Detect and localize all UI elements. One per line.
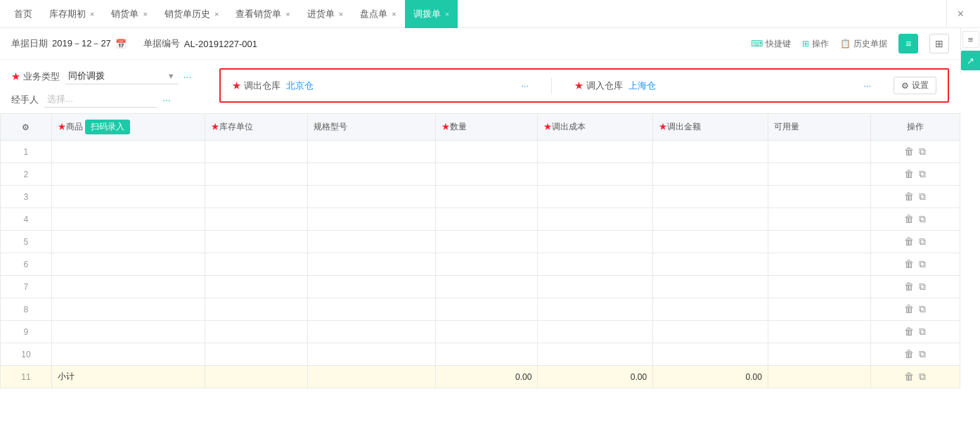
layout-btn-list[interactable]: ≡ bbox=[898, 34, 918, 53]
tab-close-sales-history[interactable]: × bbox=[214, 10, 219, 18]
cost-cell[interactable] bbox=[538, 141, 653, 163]
tab-close-transfer[interactable]: × bbox=[445, 10, 449, 18]
delete-icon[interactable]: 🗑 bbox=[904, 371, 914, 382]
available-cell[interactable] bbox=[768, 321, 870, 343]
delete-icon[interactable]: 🗑 bbox=[904, 191, 914, 202]
copy-icon[interactable]: ⧉ bbox=[919, 348, 926, 359]
delete-icon[interactable]: 🗑 bbox=[904, 258, 914, 269]
spec-cell[interactable] bbox=[307, 208, 435, 231]
biz-more-icon[interactable]: ··· bbox=[183, 71, 192, 82]
product-cell[interactable] bbox=[51, 276, 205, 298]
qty-cell[interactable] bbox=[435, 163, 538, 186]
tab-view-sales[interactable]: 查看销货单 × bbox=[227, 0, 298, 28]
amount-cell[interactable] bbox=[653, 186, 768, 208]
tab-transfer[interactable]: 调拨单 × bbox=[405, 0, 458, 28]
in-warehouse-more-icon[interactable]: ··· bbox=[863, 80, 871, 91]
cost-cell[interactable] bbox=[538, 298, 653, 321]
person-more-icon[interactable]: ··· bbox=[162, 94, 171, 106]
person-select[interactable]: 选择... bbox=[44, 91, 157, 108]
amount-cell[interactable] bbox=[653, 276, 768, 298]
product-cell[interactable] bbox=[51, 298, 205, 321]
unit-cell[interactable] bbox=[205, 343, 308, 366]
tab-close-sales-order[interactable]: × bbox=[143, 10, 147, 18]
tab-close-purchase[interactable]: × bbox=[339, 10, 343, 18]
spec-cell[interactable] bbox=[307, 253, 435, 276]
cost-cell[interactable] bbox=[538, 253, 653, 276]
unit-cell[interactable] bbox=[205, 163, 308, 186]
biz-type-select[interactable]: 同价调拨 ▼ bbox=[65, 68, 178, 84]
cost-cell[interactable] bbox=[538, 321, 653, 343]
amount-cell[interactable] bbox=[653, 253, 768, 276]
unit-cell[interactable] bbox=[205, 321, 308, 343]
amount-cell[interactable] bbox=[653, 321, 768, 343]
copy-icon[interactable]: ⧉ bbox=[919, 258, 926, 269]
available-cell[interactable] bbox=[768, 163, 870, 186]
product-cell[interactable] bbox=[51, 186, 205, 208]
delete-icon[interactable]: 🗑 bbox=[904, 348, 914, 359]
tab-stocktake[interactable]: 盘点单 × bbox=[352, 0, 404, 28]
amount-cell[interactable] bbox=[653, 208, 768, 231]
ops-btn[interactable]: ⊞ 操作 bbox=[802, 38, 829, 50]
window-close-button[interactable]: × bbox=[946, 0, 974, 28]
copy-icon[interactable]: ⧉ bbox=[919, 281, 926, 292]
qty-cell[interactable] bbox=[435, 343, 538, 366]
tab-purchase[interactable]: 进货单 × bbox=[299, 0, 352, 28]
cost-cell[interactable] bbox=[538, 208, 653, 231]
tab-close-stocktake[interactable]: × bbox=[392, 10, 396, 18]
amount-cell[interactable] bbox=[653, 231, 768, 253]
sidebar-export-icon-btn[interactable]: ↗ bbox=[961, 51, 981, 70]
qty-cell[interactable] bbox=[435, 321, 538, 343]
qty-cell[interactable] bbox=[435, 231, 538, 253]
calendar-icon[interactable]: 📅 bbox=[115, 39, 127, 49]
qty-cell[interactable] bbox=[435, 253, 538, 276]
qty-cell[interactable] bbox=[435, 141, 538, 163]
available-cell[interactable] bbox=[768, 276, 870, 298]
sidebar-list-icon-btn[interactable]: ≡ bbox=[962, 31, 979, 48]
copy-icon[interactable]: ⧉ bbox=[919, 168, 926, 179]
tab-sales-order[interactable]: 销货单 × bbox=[103, 0, 155, 28]
col-gear[interactable]: ⚙ bbox=[1, 114, 52, 141]
delete-icon[interactable]: 🗑 bbox=[904, 281, 914, 292]
out-warehouse-more-icon[interactable]: ··· bbox=[521, 80, 529, 91]
tab-close-inventory-init[interactable]: × bbox=[90, 10, 94, 18]
tab-inventory-init[interactable]: 库存期初 × bbox=[41, 0, 103, 28]
amount-cell[interactable] bbox=[653, 298, 768, 321]
product-cell[interactable] bbox=[51, 141, 205, 163]
delete-icon[interactable]: 🗑 bbox=[904, 146, 914, 157]
delete-icon[interactable]: 🗑 bbox=[904, 236, 914, 247]
available-cell[interactable] bbox=[768, 186, 870, 208]
amount-cell[interactable] bbox=[653, 163, 768, 186]
spec-cell[interactable] bbox=[307, 141, 435, 163]
product-cell[interactable] bbox=[51, 321, 205, 343]
available-cell[interactable] bbox=[768, 343, 870, 366]
cost-cell[interactable] bbox=[538, 186, 653, 208]
unit-cell[interactable] bbox=[205, 253, 308, 276]
unit-cell[interactable] bbox=[205, 276, 308, 298]
cost-cell[interactable] bbox=[538, 231, 653, 253]
scan-button[interactable]: 扫码录入 bbox=[85, 120, 130, 134]
spec-cell[interactable] bbox=[307, 276, 435, 298]
product-cell[interactable] bbox=[51, 231, 205, 253]
amount-cell[interactable] bbox=[653, 141, 768, 163]
copy-icon[interactable]: ⧉ bbox=[919, 191, 926, 202]
available-cell[interactable] bbox=[768, 231, 870, 253]
spec-cell[interactable] bbox=[307, 298, 435, 321]
unit-cell[interactable] bbox=[205, 186, 308, 208]
cost-cell[interactable] bbox=[538, 343, 653, 366]
copy-icon[interactable]: ⧉ bbox=[919, 146, 926, 157]
copy-icon[interactable]: ⧉ bbox=[919, 371, 926, 382]
history-btn[interactable]: 📋 历史单据 bbox=[840, 38, 887, 50]
spec-cell[interactable] bbox=[307, 321, 435, 343]
delete-icon[interactable]: 🗑 bbox=[904, 303, 914, 314]
delete-icon[interactable]: 🗑 bbox=[904, 168, 914, 179]
unit-cell[interactable] bbox=[205, 231, 308, 253]
shortcuts-btn[interactable]: ⌨ 快捷键 bbox=[751, 38, 791, 50]
tab-home[interactable]: 首页 bbox=[6, 0, 41, 28]
copy-icon[interactable]: ⧉ bbox=[919, 326, 926, 337]
qty-cell[interactable] bbox=[435, 276, 538, 298]
delete-icon[interactable]: 🗑 bbox=[904, 213, 914, 224]
available-cell[interactable] bbox=[768, 141, 870, 163]
product-cell[interactable] bbox=[51, 208, 205, 231]
qty-cell[interactable] bbox=[435, 208, 538, 231]
available-cell[interactable] bbox=[768, 253, 870, 276]
